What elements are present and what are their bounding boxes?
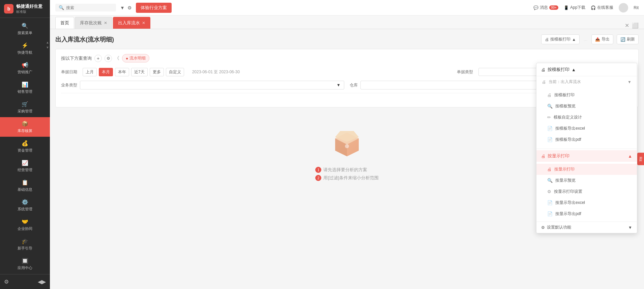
refresh-icon: 🔄	[620, 37, 625, 42]
sidebar-item-label-marketing: 营销推广	[18, 70, 32, 75]
sidebar-item-quick-nav[interactable]: ⚡ 快捷导航	[0, 39, 50, 58]
sidebar-scroll-up[interactable]: ▲	[46, 41, 49, 44]
app-download-button[interactable]: 📱 App下载	[564, 5, 585, 10]
sidebar-item-appcenter[interactable]: 🔲 应用中心	[0, 254, 50, 274]
right-edge-tab-label: Rit	[639, 157, 643, 161]
sidebar-item-label-quick-nav: 快捷导航	[18, 50, 32, 55]
dropdown-current-item[interactable]: 🖨 当前：出入库流水 ▼	[536, 76, 637, 87]
template-print-item[interactable]: 🖨 按模板打印	[536, 89, 637, 101]
search-nav-icon: 🔍	[22, 23, 28, 29]
topbar-right: 💬 消息 99+ 📱 App下载 🎧 在线客服 Rit	[533, 3, 639, 12]
bill-type-label: 单据类型	[457, 69, 473, 75]
empty-tips: 1 请先选择要分析的方案 2 用[过滤]条件来缩小分析范围	[315, 167, 378, 183]
sidebar-item-marketing[interactable]: 📢 营销推广	[0, 58, 50, 78]
sidebar-item-search[interactable]: 🔍 搜索菜单	[0, 19, 50, 39]
template-print-icon: 🖨	[547, 93, 552, 98]
tab-batch[interactable]: 库存批次账 ✕	[75, 17, 112, 29]
template-print-label: 按模板打印	[554, 92, 575, 98]
display-export-pdf-item[interactable]: 📄 按显示导出pdf	[536, 208, 637, 219]
topbar-gear-icon[interactable]: ⚙	[127, 5, 132, 10]
tip-num-2: 2	[315, 175, 321, 181]
sidebar-logo: b 畅捷通好生意 标准版	[0, 0, 50, 18]
headphone-icon: 🎧	[591, 5, 596, 10]
sidebar-item-purchase[interactable]: 🛒 采购管理	[0, 98, 50, 117]
tab-home-label: 首页	[60, 20, 69, 26]
display-print-section-header[interactable]: 🖨 按显示打印 ▲	[536, 150, 637, 162]
date-btn-more[interactable]: 更多	[150, 68, 164, 76]
template-customize-item[interactable]: ✏ 模板自定义设计	[536, 112, 637, 123]
dropdown-panel-header[interactable]: 🖨 按模板打印 ▲	[536, 63, 637, 76]
business-type-select[interactable]: ▼	[80, 81, 344, 89]
app-download-label: App下载	[570, 5, 585, 10]
message-icon: 💬	[533, 5, 538, 10]
filter-add-button[interactable]: +	[94, 55, 102, 62]
tab-flow[interactable]: 出入库流水 ✕	[113, 17, 150, 29]
date-btn-last-month[interactable]: 上月	[83, 68, 97, 76]
sidebar-scroll-down[interactable]: ▼	[46, 46, 49, 49]
export-button[interactable]: 📤 导出	[591, 34, 613, 44]
filter-settings-button[interactable]: ⚙	[105, 55, 112, 62]
right-edge-tab[interactable]: Rit	[637, 153, 644, 165]
page-actions: 🖨 按模板打印 ▲ ... 📤 导出 🔄 刷新	[541, 34, 639, 44]
customer-service-button[interactable]: 🎧 在线客服	[591, 5, 613, 10]
date-btn-7days[interactable]: 近7天	[131, 68, 148, 76]
search-input[interactable]	[66, 5, 113, 10]
footer-collapse-icon[interactable]: ◀▶	[38, 279, 46, 285]
template-export-excel-icon: 📄	[547, 126, 553, 131]
message-button[interactable]: 💬 消息 99+	[533, 5, 558, 10]
filter-expand-button[interactable]: 《	[115, 55, 119, 61]
print-template-button[interactable]: 🖨 按模板打印 ▲	[541, 34, 580, 44]
sidebar-item-basic[interactable]: 📋 基础信息	[0, 176, 50, 195]
tab-batch-close-icon[interactable]: ✕	[104, 21, 107, 25]
template-preview-item[interactable]: 🔍 按模板预览	[536, 101, 637, 112]
trial-button[interactable]: 体验行业方案	[136, 3, 172, 13]
marketing-icon: 📢	[22, 62, 28, 68]
user-avatar[interactable]	[619, 3, 628, 12]
sidebar-item-system[interactable]: ⚙️ 系统管理	[0, 195, 50, 215]
tab-flow-close-icon[interactable]: ✕	[142, 21, 145, 25]
sidebar-item-wechat[interactable]: 💬 企业微信	[0, 274, 50, 274]
sidebar-item-inventory[interactable]: 📦 库存核算	[0, 117, 50, 137]
display-export-excel-item[interactable]: 📄 按显示导出excel	[536, 197, 637, 208]
brand-name: 畅捷通好生意	[16, 3, 42, 9]
display-print-item[interactable]: 🖨 按显示打印	[536, 164, 637, 175]
date-btn-custom[interactable]: 自定义	[166, 68, 184, 76]
dropdown-footer[interactable]: ⚙ 设置默认功能 ▼	[536, 221, 637, 233]
template-export-excel-item[interactable]: 📄 按模板导出excel	[536, 123, 637, 134]
sidebar-item-label-basic: 基础信息	[18, 187, 32, 192]
topbar-search-box[interactable]: 🔍	[55, 4, 116, 11]
appcenter-icon: 🔲	[22, 258, 28, 264]
date-btn-this-year[interactable]: 本年	[115, 68, 129, 76]
template-preview-icon: 🔍	[547, 104, 553, 109]
sidebar-item-operation[interactable]: 📈 经营管理	[0, 156, 50, 176]
tab-home[interactable]: 首页	[55, 17, 74, 29]
sidebar-item-cooperation[interactable]: 🤝 企业协同	[0, 215, 50, 235]
template-customize-label: 模板自定义设计	[554, 114, 582, 120]
template-customize-icon: ✏	[547, 115, 551, 120]
display-preview-item[interactable]: 🔍 按显示预览	[536, 175, 637, 186]
dropdown-divider	[536, 149, 637, 149]
tip-text-1: 请先选择要分析的方案	[323, 167, 367, 173]
business-type-col: 业务类型 ▼	[61, 81, 344, 89]
display-print-settings-item[interactable]: ⚙ 按显示打印设置	[536, 186, 637, 197]
topbar-dropdown-icon[interactable]: ▼	[120, 5, 125, 10]
sidebar-item-sales[interactable]: 📊 销售管理	[0, 78, 50, 98]
sidebar-item-label-search: 搜索菜单	[18, 30, 32, 35]
tab-panel-close-icon[interactable]: ✕	[625, 22, 629, 29]
flow-tag[interactable]: ● 流水明细	[122, 54, 149, 62]
dropdown-footer-left: ⚙ 设置默认功能	[541, 225, 571, 230]
refresh-button[interactable]: 🔄 刷新	[617, 34, 639, 44]
filter-top-row: 按以下方案查询 + ⚙ 《 ● 流水明细	[61, 54, 633, 62]
sidebar-item-finance[interactable]: 💰 资金管理	[0, 137, 50, 156]
default-settings-icon: ⚙	[541, 225, 545, 230]
tabs-bar: 首页 库存批次账 ✕ 出入库流水 ✕ ✕ ⬜	[50, 16, 644, 29]
display-preview-icon: 🔍	[547, 178, 553, 183]
template-export-pdf-item[interactable]: 📄 按模板导出pdf	[536, 134, 637, 145]
sidebar-item-newbie[interactable]: 🎓 新手引导	[0, 235, 50, 254]
tab-panel-maximize-icon[interactable]: ⬜	[632, 22, 639, 29]
tip-num-1: 1	[315, 167, 321, 173]
tab-flow-label: 出入库流水	[118, 20, 140, 26]
footer-settings-icon[interactable]: ⚙	[4, 279, 9, 285]
message-label: 消息	[540, 5, 548, 10]
date-btn-this-month[interactable]: 本月	[99, 68, 113, 76]
